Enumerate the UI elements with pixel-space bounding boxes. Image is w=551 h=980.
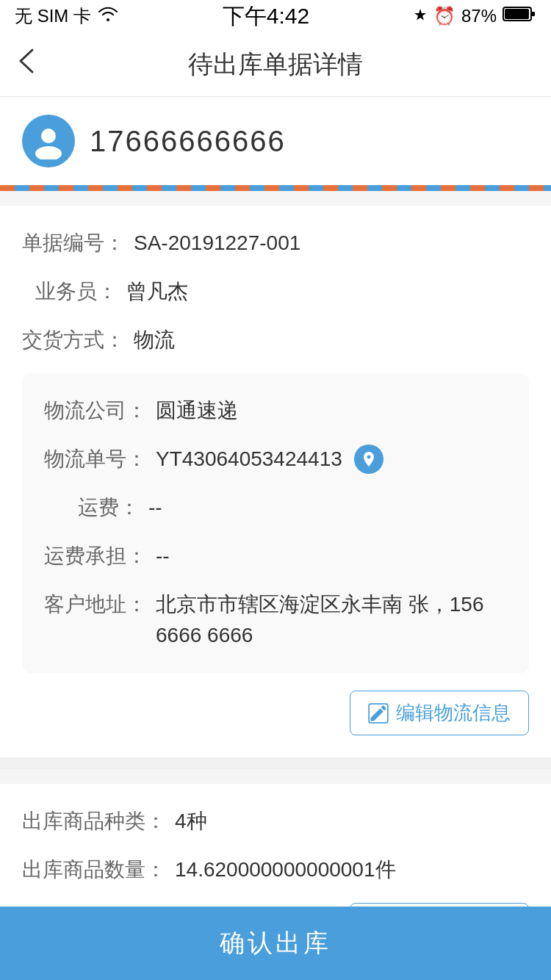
doc-number-label: 单据编号： [22, 228, 125, 259]
location-track-icon[interactable] [354, 444, 383, 474]
edit-logistics-container: 编辑物流信息 [22, 691, 529, 735]
address-label: 客户地址： [44, 589, 147, 620]
tracking-number-text: YT43064053424413 [156, 444, 342, 475]
salesman-value: 曾凡杰 [126, 276, 529, 307]
sim-status: 无 SIM 卡 [15, 4, 91, 28]
svg-point-3 [41, 129, 56, 143]
confirm-btn-label: 确认出库 [220, 926, 331, 960]
page-title: 待出库单据详情 [188, 48, 363, 82]
status-time: 下午4:42 [223, 1, 309, 32]
address-row: 客户地址： 北京市市辖区海淀区永丰南 张，156 6666 6666 [44, 589, 507, 651]
battery-percent: 87% [461, 6, 497, 26]
freight-value: -- [148, 492, 507, 523]
logistics-company-row: 物流公司： 圆通速递 [44, 395, 507, 426]
nav-bar: 待出库单据详情 [0, 32, 551, 97]
wifi-icon [97, 7, 119, 26]
logistics-card: 物流公司： 圆通速递 物流单号： YT43064053424413 运费： --… [22, 373, 529, 673]
logistics-tracking-row: 物流单号： YT43064053424413 [44, 444, 507, 475]
delivery-value: 物流 [134, 325, 529, 356]
location-status-icon [413, 6, 428, 26]
product-quantity-value: 14.620000000000001件 [175, 854, 529, 885]
alarm-icon: ⏰ [433, 6, 455, 26]
svg-rect-1 [531, 12, 535, 16]
freight-bearer-row: 运费承担： -- [44, 541, 507, 572]
product-quantity-label: 出库商品数量： [22, 854, 166, 885]
logistics-company-value: 圆通速递 [156, 395, 507, 426]
address-value: 北京市市辖区海淀区永丰南 张，156 6666 6666 [156, 589, 507, 651]
back-button[interactable] [18, 47, 35, 82]
edit-logistics-label: 编辑物流信息 [396, 700, 511, 726]
salesman-label: 业务员： [22, 276, 118, 307]
product-quantity-row: 出库商品数量： 14.620000000000001件 [22, 854, 529, 885]
status-right: ⏰ 87% [413, 5, 536, 27]
doc-number-value: SA-20191227-001 [134, 228, 529, 259]
logistics-tracking-label: 物流单号： [44, 444, 147, 475]
confirm-btn-container: 确认出库 [0, 907, 551, 980]
delivery-row: 交货方式： 物流 [22, 325, 529, 356]
basic-info-section: 单据编号： SA-20191227-001 业务员： 曾凡杰 交货方式： 物流 … [0, 206, 551, 757]
avatar [22, 115, 75, 167]
freight-row: 运费： -- [44, 492, 507, 523]
battery-icon [503, 5, 536, 27]
svg-rect-2 [505, 9, 529, 19]
logistics-company-label: 物流公司： [44, 395, 147, 426]
status-bar: 无 SIM 卡 下午4:42 ⏰ 87% [0, 0, 551, 32]
freight-label: 运费： [44, 492, 140, 523]
product-type-value: 4种 [175, 806, 529, 837]
dashed-divider [0, 185, 551, 191]
freight-bearer-label: 运费承担： [44, 541, 147, 572]
salesman-row: 业务员： 曾凡杰 [22, 276, 529, 307]
edit-logistics-button[interactable]: 编辑物流信息 [350, 691, 529, 735]
product-type-label: 出库商品种类： [22, 806, 166, 837]
logistics-tracking-value: YT43064053424413 [156, 444, 507, 475]
user-phone: 17666666666 [90, 125, 286, 158]
freight-bearer-value: -- [156, 541, 507, 572]
delivery-label: 交货方式： [22, 325, 125, 356]
svg-point-4 [35, 146, 62, 159]
status-left: 无 SIM 卡 [15, 4, 119, 28]
user-header: 17666666666 [0, 97, 551, 185]
product-type-row: 出库商品种类： 4种 [22, 806, 529, 837]
separator-1 [0, 757, 551, 769]
doc-number-row: 单据编号： SA-20191227-001 [22, 228, 529, 259]
confirm-outbound-button[interactable]: 确认出库 [0, 907, 551, 980]
